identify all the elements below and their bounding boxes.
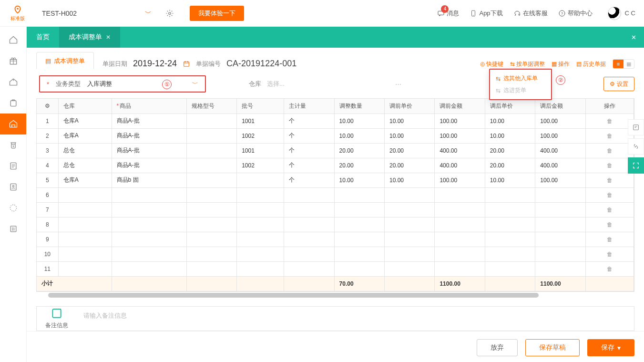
cell-product[interactable]: 商品A-批 [112, 158, 186, 173]
cell-post-amount[interactable] [535, 247, 585, 261]
cell-pre-amount[interactable]: 100.00 [435, 173, 485, 187]
cell-post-amount[interactable] [535, 187, 585, 202]
cell-batch[interactable]: 1002 [237, 158, 284, 173]
save-draft-button[interactable]: 保存草稿 [525, 339, 580, 356]
sidebar-item-new[interactable]: 新 [0, 218, 26, 239]
settings-button[interactable]: ⚙ 设置 [603, 77, 634, 91]
cell-post-amount[interactable]: 400.00 [535, 158, 585, 173]
dock-note-button[interactable] [628, 119, 644, 135]
cell-spec[interactable] [186, 187, 236, 202]
cell-adj-qty[interactable] [334, 202, 384, 217]
cell-post-price[interactable]: 10.00 [485, 114, 535, 128]
cell-delete[interactable]: 🗑 [585, 247, 634, 261]
close-all-tabs-button[interactable]: ✕ [623, 27, 644, 48]
sidebar-item-gift[interactable] [0, 51, 26, 72]
cell-adj-qty[interactable] [334, 261, 384, 276]
cell-post-price[interactable]: 10.00 [485, 173, 535, 187]
cell-pre-amount[interactable] [435, 261, 485, 276]
service-link[interactable]: 在线客服 [513, 9, 548, 18]
cell-batch[interactable] [237, 232, 284, 247]
cell-post-price[interactable] [485, 247, 535, 261]
cell-spec[interactable] [186, 232, 236, 247]
tenant-settings-button[interactable] [163, 7, 176, 20]
cell-unit[interactable]: 个 [284, 143, 334, 158]
view-toggle[interactable]: ≡ ▦ [613, 59, 634, 69]
cell-warehouse[interactable]: 总仓 [58, 143, 112, 158]
cell-post-price[interactable] [485, 217, 535, 232]
cell-post-price[interactable] [485, 232, 535, 247]
cell-batch[interactable] [237, 187, 284, 202]
cell-delete[interactable]: 🗑 [585, 232, 634, 247]
cell-adj-qty[interactable]: 20.00 [334, 158, 384, 173]
cell-pre-price[interactable] [384, 217, 434, 232]
cell-pre-amount[interactable]: 100.00 [435, 128, 485, 143]
cell-delete[interactable]: 🗑 [585, 143, 634, 158]
cell-batch[interactable] [237, 217, 284, 232]
cell-post-amount[interactable] [535, 232, 585, 247]
cell-warehouse[interactable] [58, 247, 112, 261]
cell-adj-qty[interactable] [334, 217, 384, 232]
cell-pre-price[interactable]: 20.00 [384, 143, 434, 158]
cell-warehouse[interactable] [58, 232, 112, 247]
trash-icon[interactable]: 🗑 [591, 118, 629, 124]
tab-cost-adjust[interactable]: 成本调整单 ✕ [59, 27, 120, 48]
sidebar-item-finance[interactable]: ¥ [0, 134, 26, 155]
cell-adj-qty[interactable] [334, 187, 384, 202]
cell-warehouse[interactable]: 仓库A [58, 114, 112, 128]
discard-button[interactable]: 放弃 [477, 339, 518, 356]
app-download-link[interactable]: App下载 [470, 9, 502, 18]
cell-delete[interactable]: 🗑 [585, 128, 634, 143]
cell-post-amount[interactable]: 100.00 [535, 128, 585, 143]
trash-icon[interactable]: 🗑 [591, 177, 629, 184]
horizontal-scrollbar[interactable] [36, 292, 634, 298]
cell-product[interactable] [112, 232, 186, 247]
adjust-by-bill-tool[interactable]: ⇆按单据调整 [510, 60, 545, 68]
cell-post-price[interactable] [485, 261, 535, 276]
table-row[interactable]: 5仓库A商品b 固个10.0010.00100.0010.00100.00🗑 [37, 173, 634, 187]
cell-batch[interactable]: 1002 [237, 128, 284, 143]
table-row[interactable]: 7🗑 [37, 202, 634, 217]
history-tool[interactable]: ▤历史单据 [576, 60, 606, 68]
cell-post-amount[interactable]: 100.00 [535, 173, 585, 187]
help-link[interactable]: ? 帮助中心 [558, 9, 593, 18]
cell-warehouse[interactable] [58, 217, 112, 232]
cell-product[interactable] [112, 187, 186, 202]
cell-spec[interactable] [186, 143, 236, 158]
cell-adj-qty[interactable] [334, 232, 384, 247]
cell-unit[interactable]: 个 [284, 128, 334, 143]
table-row[interactable]: 1仓库A商品A-批1001个10.0010.00100.0010.00100.0… [37, 114, 634, 128]
trash-icon[interactable]: 🗑 [591, 162, 629, 169]
cell-warehouse[interactable] [58, 261, 112, 276]
cell-unit[interactable] [284, 202, 334, 217]
cell-adj-qty[interactable]: 20.00 [334, 143, 384, 158]
doc-date[interactable]: 2019-12-24 [133, 59, 177, 69]
cell-pre-price[interactable] [384, 232, 434, 247]
table-row[interactable]: 10🗑 [37, 247, 634, 261]
cell-unit[interactable] [284, 247, 334, 261]
table-row[interactable]: 3总仓商品A-批1001个20.0020.00400.0020.00400.00… [37, 143, 634, 158]
cell-pre-price[interactable]: 10.00 [384, 173, 434, 187]
table-row[interactable]: 6🗑 [37, 187, 634, 202]
col-config[interactable]: ⚙ [37, 99, 58, 114]
cell-post-amount[interactable] [535, 202, 585, 217]
cell-pre-amount[interactable]: 400.00 [435, 143, 485, 158]
cell-post-amount[interactable]: 400.00 [535, 143, 585, 158]
cell-delete[interactable]: 🗑 [585, 202, 634, 217]
cell-product[interactable] [112, 217, 186, 232]
cell-post-price[interactable] [485, 187, 535, 202]
sidebar-item-report[interactable] [0, 155, 26, 176]
cell-product[interactable]: 商品A-批 [112, 114, 186, 128]
cell-post-price[interactable]: 20.00 [485, 158, 535, 173]
cell-product[interactable] [112, 202, 186, 217]
remark-input[interactable] [77, 307, 634, 331]
calendar-icon[interactable] [183, 60, 190, 68]
cell-delete[interactable]: 🗑 [585, 261, 634, 276]
cell-warehouse[interactable]: 仓库A [58, 173, 112, 187]
cell-warehouse[interactable]: 总仓 [58, 158, 112, 173]
cell-spec[interactable] [186, 202, 236, 217]
sidebar-item-more[interactable] [0, 197, 26, 218]
cell-unit[interactable]: 个 [284, 173, 334, 187]
sidebar-item-contacts[interactable] [0, 176, 26, 197]
cell-pre-price[interactable]: 20.00 [384, 158, 434, 173]
cell-pre-price[interactable] [384, 247, 434, 261]
